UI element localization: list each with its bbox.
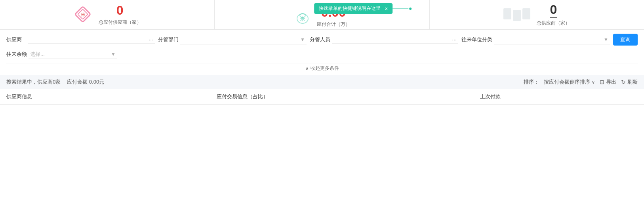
stats-bar: 米 0 总应付供应商（家） 快速录单的快捷键说明在这里 × 米 <box>0 0 644 30</box>
total-payable-suppliers-label: 总应付供应商（家） <box>99 19 141 26</box>
refresh-label: 刷新 <box>627 78 638 86</box>
refresh-icon: ↻ <box>621 79 626 85</box>
tooltip-dot <box>408 7 412 11</box>
money-bag-icon: 米 <box>294 8 311 26</box>
col-payable-header: 应付交易信息（占比） <box>217 93 480 100</box>
collapse-label: 收起更多条件 <box>311 65 339 72</box>
diamond-logo-icon: 米 <box>73 5 92 25</box>
filter-supplier: 供应商 ··· <box>6 36 155 44</box>
person-input-wrap: ··· <box>332 36 458 44</box>
unit-chevron-icon: ▼ <box>604 37 608 42</box>
unit-label: 往来单位分类 <box>461 36 492 43</box>
filter-unit: 往来单位分类 ▼ <box>461 35 610 44</box>
sort-select[interactable]: 按应付会额倒序排序 ∨ <box>544 78 595 86</box>
collapse-button[interactable]: ∧ 收起更多条件 <box>305 65 339 72</box>
svg-text:米: 米 <box>80 12 85 17</box>
total-payable-suppliers-value: 0 <box>116 4 124 17</box>
filter-balance: 往来余额 选择... ▼ <box>6 50 117 59</box>
supplier-input-wrap: ··· <box>28 36 155 44</box>
results-info: 搜索结果中，供应商0家 应付金额 0.00元 <box>6 78 104 86</box>
query-button[interactable]: 查询 <box>613 34 638 46</box>
filter-department: 分管部门 ▼ <box>158 35 307 44</box>
person-dots-icon[interactable]: ··· <box>452 36 457 43</box>
refresh-button[interactable]: ↻ 刷新 <box>621 78 638 86</box>
export-label: 导出 <box>606 78 616 86</box>
stat-payable-total: 快速录单的快捷键说明在这里 × 米 0.00 应付合计（万） <box>215 0 429 29</box>
col-lastpay-header: 上次付款 <box>480 93 638 100</box>
balance-select[interactable]: 选择... ▼ <box>29 50 117 59</box>
results-bar: 搜索结果中，供应商0家 应付金额 0.00元 排序： 按应付会额倒序排序 ∨ ⊡… <box>0 75 644 89</box>
cards-icon <box>503 8 530 21</box>
payable-total-label: 应付合计（万） <box>317 21 350 28</box>
filter-row-1: 供应商 ··· 分管部门 ▼ 分管人员 ··· 往来单位分类 <box>6 34 638 46</box>
tooltip-bar: 快速录单的快捷键说明在这里 × <box>314 3 392 14</box>
sort-label: 排序： <box>524 78 539 86</box>
export-icon: ⊡ <box>600 79 604 85</box>
balance-chevron-icon: ▼ <box>111 51 116 57</box>
supplier-dots-icon[interactable]: ··· <box>149 36 153 43</box>
filter-row-2: 往来余额 选择... ▼ <box>6 50 638 59</box>
tooltip-close-icon[interactable]: × <box>385 6 388 12</box>
tooltip-text: 快速录单的快捷键说明在这里 <box>319 5 381 12</box>
department-label: 分管部门 <box>158 36 179 43</box>
sort-value: 按应付会额倒序排序 <box>544 78 590 86</box>
collapse-row: ∧ 收起更多条件 <box>6 63 638 75</box>
person-input[interactable] <box>333 36 450 42</box>
total-suppliers-label: 总供应商（家） <box>537 20 570 27</box>
supplier-label: 供应商 <box>6 36 26 43</box>
export-button[interactable]: ⊡ 导出 <box>600 78 616 86</box>
filter-person: 分管人员 ··· <box>310 36 458 44</box>
total-suppliers-value: 0 <box>550 3 557 18</box>
department-chevron-icon: ▼ <box>300 37 305 42</box>
balance-label: 往来余额 <box>6 51 27 58</box>
results-info-1: 搜索结果中，供应商0家 <box>6 78 61 86</box>
table-header: 供应商信息 应付交易信息（占比） 上次付款 <box>0 89 644 105</box>
supplier-input[interactable] <box>29 36 147 42</box>
stat-total-payable-suppliers: 米 0 总应付供应商（家） <box>0 0 215 29</box>
filter-bar: 供应商 ··· 分管部门 ▼ 分管人员 ··· 往来单位分类 <box>0 30 644 75</box>
unit-select[interactable]: ▼ <box>494 35 610 44</box>
col-supplier-header: 供应商信息 <box>6 93 217 100</box>
table-body <box>0 105 644 204</box>
results-actions: 排序： 按应付会额倒序排序 ∨ ⊡ 导出 ↻ 刷新 <box>524 78 638 86</box>
department-select[interactable]: ▼ <box>180 35 307 44</box>
results-info-2: 应付金额 0.00元 <box>67 78 104 86</box>
collapse-up-icon: ∧ <box>305 66 309 71</box>
svg-text:米: 米 <box>300 16 305 22</box>
sort-chevron-icon: ∨ <box>592 80 595 85</box>
balance-placeholder: 选择... <box>30 51 45 58</box>
stat-total-suppliers: 0 总供应商（家） <box>430 0 644 29</box>
person-label: 分管人员 <box>310 36 330 43</box>
